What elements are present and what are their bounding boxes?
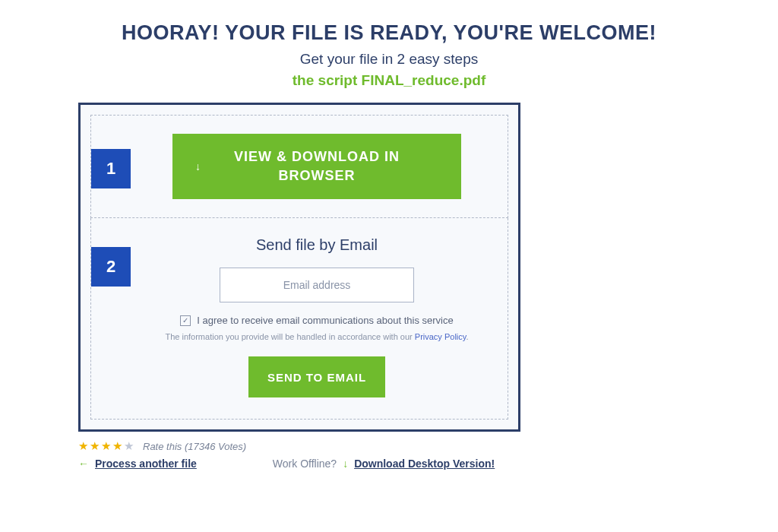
download-icon: ↓ <box>195 160 201 173</box>
rate-label: Rate this <box>143 441 182 452</box>
agree-row: ✓ I agree to receive email communication… <box>150 315 483 326</box>
step-number-2: 2 <box>91 247 131 287</box>
step-2: 2 Send file by Email ✓ I agree to receiv… <box>90 218 508 420</box>
disclaimer-pre: The information you provide will be hand… <box>165 332 414 341</box>
star-icon: ★ <box>112 439 122 453</box>
privacy-policy-link[interactable]: Privacy Policy <box>415 332 466 341</box>
work-offline-label: Work Offline? <box>273 458 337 470</box>
agree-label: I agree to receive email communications … <box>197 315 453 326</box>
agree-checkbox[interactable]: ✓ <box>180 315 191 326</box>
footer-links: ← Process another file Work Offline? ↓ D… <box>78 458 520 470</box>
star-icon: ★ <box>101 439 111 453</box>
arrow-down-icon: ↓ <box>343 458 348 470</box>
page-subtitle: Get your file in 2 easy steps <box>0 51 778 68</box>
arrow-left-icon: ← <box>78 458 89 470</box>
steps-panel: 1 ↓ VIEW & DOWNLOAD IN BROWSER 2 Send fi… <box>78 103 520 432</box>
star-icon: ★ <box>90 439 100 453</box>
page-title: HOORAY! YOUR FILE IS READY, YOU'RE WELCO… <box>0 21 778 45</box>
download-desktop-link[interactable]: Download Desktop Version! <box>354 458 495 470</box>
rate-votes: (17346 Votes) <box>185 441 246 452</box>
disclaimer: The information you provide will be hand… <box>150 332 483 341</box>
rate-text: Rate this (17346 Votes) <box>143 441 246 452</box>
star-icon: ★ <box>78 439 88 453</box>
send-email-title: Send file by Email <box>150 236 483 254</box>
rating[interactable]: ★ ★ ★ ★ ★ Rate this (17346 Votes) <box>78 439 520 453</box>
filename: the script FINAL_reduce.pdf <box>0 72 778 89</box>
send-email-button[interactable]: SEND TO EMAIL <box>248 356 385 397</box>
step-number-1: 1 <box>91 149 131 188</box>
step-1: 1 ↓ VIEW & DOWNLOAD IN BROWSER <box>90 115 508 218</box>
disclaimer-post: . <box>466 332 468 341</box>
star-icon: ★ <box>124 439 134 453</box>
footer: ★ ★ ★ ★ ★ Rate this (17346 Votes) ← Proc… <box>78 439 520 470</box>
email-field[interactable] <box>220 268 414 302</box>
view-download-button[interactable]: ↓ VIEW & DOWNLOAD IN BROWSER <box>172 134 461 199</box>
download-button-label: VIEW & DOWNLOAD IN BROWSER <box>229 147 404 185</box>
process-another-link[interactable]: Process another file <box>95 458 197 470</box>
